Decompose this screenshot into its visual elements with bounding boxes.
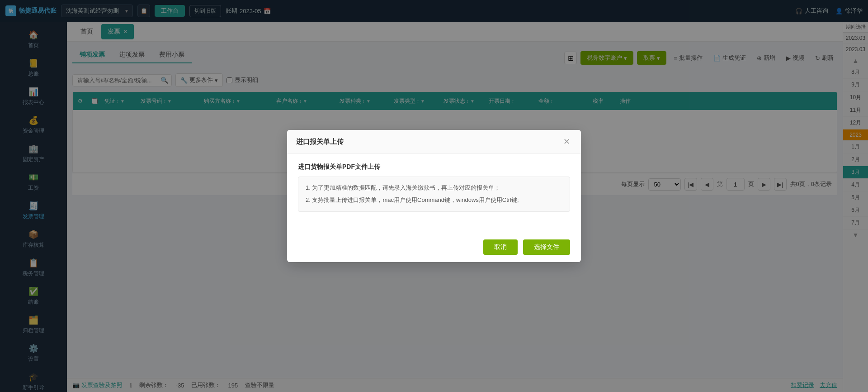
modal-footer: 取消 选择文件 (287, 232, 581, 262)
import-customs-modal: 进口报关单上传 ✕ 进口货物报关单PDF文件上传 1. 为了更加精准的数据匹配，… (287, 130, 581, 262)
modal-title: 进口报关单上传 (296, 138, 344, 146)
modal-overlay[interactable]: 进口报关单上传 ✕ 进口货物报关单PDF文件上传 1. 为了更加精准的数据匹配，… (0, 0, 868, 392)
modal-cancel-button[interactable]: 取消 (483, 239, 518, 255)
modal-section-title: 进口货物报关单PDF文件上传 (298, 163, 570, 171)
modal-header: 进口报关单上传 ✕ (287, 130, 581, 154)
modal-close-button[interactable]: ✕ (561, 136, 572, 147)
modal-info-item-2: 2. 支持批量上传进口报关单，mac用户使用Command键，windows用户… (306, 196, 562, 205)
modal-body: 进口货物报关单PDF文件上传 1. 为了更加精准的数据匹配，请先录入海关缴款书，… (287, 154, 581, 232)
modal-info-item-1: 1. 为了更加精准的数据匹配，请先录入海关缴款书，再上传对应的报关单； (306, 183, 562, 193)
modal-info-box: 1. 为了更加精准的数据匹配，请先录入海关缴款书，再上传对应的报关单； 2. 支… (298, 177, 570, 212)
modal-select-file-button[interactable]: 选择文件 (523, 239, 570, 255)
